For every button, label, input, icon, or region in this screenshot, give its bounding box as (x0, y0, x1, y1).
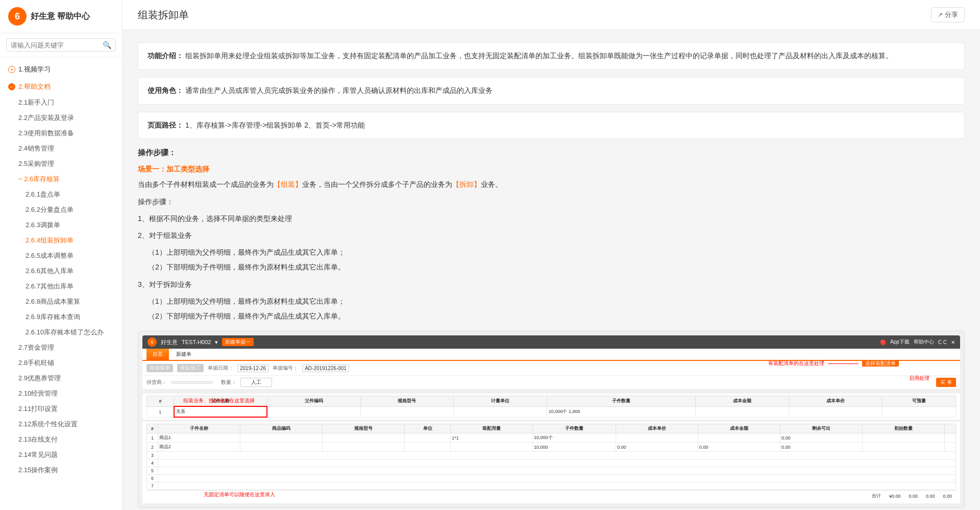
ss-btn-discard: 本组装单 (146, 364, 173, 372)
ltd-empty6 (158, 475, 956, 482)
sidebar-item-faq[interactable]: 2.14常见问题 (0, 447, 122, 463)
nav-section-docs: − 2.帮助文档 2.1新手入门 2.2产品安装及登录 2.3使用前数据准备 2… (0, 79, 122, 478)
sidebar-item-payment[interactable]: 2.13在线支付 (0, 432, 122, 447)
path-label: 页面路径： (148, 121, 183, 129)
lth-seq: # (147, 424, 158, 433)
table-row: 6 (147, 475, 956, 482)
ss-btn-action: 发起加工 (177, 364, 204, 372)
td-avail (882, 406, 956, 417)
func-intro-block: 功能介绍： 组装拆卸单用来处理企业组装或拆卸等加工业务，支持有固定装配清单的产品… (138, 42, 965, 70)
sidebar-item-inventory-267[interactable]: 2.6.7其他出库单 (0, 279, 122, 294)
ss-upper-table-area: # 父件名称 父件编码 规格型号 计量单位 子件数量 成本金额 成本单价 可预量 (142, 394, 960, 420)
lth-sub-qty: 子件数量 (533, 424, 616, 433)
sidebar-item-inventory-269[interactable]: 2.6.9库存账本查询 (0, 309, 122, 325)
ltd-cost-amt (698, 433, 780, 443)
ss-icon-help: 帮助中心 (914, 338, 934, 346)
th-unit: 计量单位 (454, 396, 547, 407)
ss-nav-tabs: 自页 新建单 (142, 349, 960, 361)
ltd-code2 (240, 443, 322, 452)
search-icon[interactable]: 🔍 (103, 41, 111, 49)
ltd-unit (404, 433, 450, 443)
ss-title-right: 🔴 App下载 帮助中心 C C ✕ (880, 338, 955, 346)
annotation3-area: 启用处理 (909, 375, 929, 382)
ss-upper-table: # 父件名称 父件编码 规格型号 计量单位 子件数量 成本金额 成本单价 可预量 (146, 396, 956, 418)
td-spec (360, 406, 454, 417)
screenshot-container: 6 好生意 TEST-H002 ▾ 新建单据一 🔴 App下载 帮助中心 C C… (138, 331, 965, 508)
func-intro-label: 功能介绍： (148, 52, 183, 60)
sidebar-item-finance[interactable]: 2.7资金管理 (0, 340, 122, 355)
sidebar-item-data-prep[interactable]: 2.3使用前数据准备 (0, 126, 122, 141)
content-area: 功能介绍： 组装拆卸单用来处理企业组装或拆卸等加工业务，支持有固定装配清单的产品… (122, 30, 980, 510)
sidebar-item-coupons[interactable]: 2.9优惠券管理 (0, 371, 122, 386)
table-row: 2 商品2 10,000 0.00 0.00 0.00 (147, 443, 956, 452)
search-box: 🔍 (6, 38, 116, 52)
ltd-unit2 (404, 443, 450, 452)
sidebar: 6 好生意 帮助中心 🔍 + 1.视频学习 − 2.帮助文档 2.1新手入门 2… (0, 0, 122, 510)
highlight-assembly: 【组装】 (274, 180, 302, 188)
sidebar-item-inventory-2610[interactable]: 2.6.10库存账本错了怎么办 (0, 325, 122, 340)
search-input[interactable] (11, 41, 103, 49)
main-area: 组装拆卸单 ↗ 分享 功能介绍： 组装拆卸单用来处理企业组装或拆卸等加工业务，支… (122, 0, 980, 510)
ltd-cost-price (616, 433, 698, 443)
share-icon: ↗ (938, 11, 943, 18)
ltd-spec2 (322, 443, 404, 452)
lth-assemble-qty: 装配用量 (451, 424, 533, 433)
annotation3-text: 启用处理 (909, 375, 929, 381)
ss-btn-choose-list: 选择装配清单 (862, 360, 899, 367)
annotation4-text: 无固定清单可以随便在这里录入 (204, 491, 275, 498)
sidebar-item-install[interactable]: 2.2产品安装及登录 (0, 110, 122, 126)
sidebar-item-purchase[interactable]: 2.5采购管理 (0, 156, 122, 172)
share-button[interactable]: ↗ 分享 (931, 7, 965, 22)
nav-tree: + 1.视频学习 − 2.帮助文档 2.1新手入门 2.2产品安装及登录 2.3… (0, 57, 122, 510)
sidebar-item-sales[interactable]: 2.4销售管理 (0, 141, 122, 156)
th-cost-price: 成本单价 (789, 396, 882, 407)
ss-btn-save: 买 单 (936, 378, 956, 387)
ss-icon-user: C C (938, 339, 947, 345)
plus-icon: + (8, 66, 15, 73)
footer-amt3: 0.00 (926, 494, 935, 499)
table-row: 1 关系 10,000个 1,000 (147, 406, 956, 417)
sidebar-item-beginner[interactable]: 2.1新手入门 (0, 95, 122, 110)
logo-text: 好生意 帮助中心 (31, 11, 90, 22)
ltd-cost-amt2: 0.00 (698, 443, 780, 452)
sidebar-item-inventory-261[interactable]: 2.6.1盘点单 (0, 187, 122, 202)
top-bar: 组装拆卸单 ↗ 分享 (122, 0, 980, 30)
annotation2-text: 组装业务、拆卸业务在这里选择 (183, 398, 255, 403)
sidebar-item-inventory-262[interactable]: 2.6.2分量盘点单 (0, 202, 122, 217)
ltd-sub-qty2: 10,000 (533, 443, 616, 452)
sidebar-item-inventory-266[interactable]: 2.6.6其他入库单 (0, 263, 122, 279)
ltd-seq4: 4 (147, 459, 158, 467)
sidebar-item-cases[interactable]: 2.15操作案例 (0, 463, 122, 478)
ops-steps-label: 操作步骤： (138, 148, 965, 158)
lth-unit: 单位 (404, 424, 450, 433)
ltd-sub-qty: 10,000个 (533, 433, 616, 443)
sidebar-item-mobile[interactable]: 2.8手机旺铺 (0, 355, 122, 371)
sidebar-item-video-learning[interactable]: + 1.视频学习 (0, 61, 122, 78)
sidebar-item-help-docs[interactable]: − 2.帮助文档 (0, 79, 122, 95)
sidebar-item-inventory-264[interactable]: 2.6.4组装拆卸单 (0, 233, 122, 248)
sidebar-item-operations[interactable]: 2.10经营管理 (0, 386, 122, 401)
ss-action-btns: 买 单 (936, 378, 956, 387)
lth-code: 商品编码 (240, 424, 322, 433)
ss-icon-bell: 🔴 (880, 339, 886, 345)
sidebar-item-inventory-263[interactable]: 2.6.3调拨单 (0, 217, 122, 233)
sidebar-item-label: 2.帮助文档 (18, 82, 51, 91)
sidebar-item-inventory-268[interactable]: 2.6.8商品成本重算 (0, 294, 122, 309)
ss-title-text: TEST-H002 (182, 339, 211, 345)
ltd-init (862, 433, 944, 443)
ss-upper-table-head: # 父件名称 父件编码 规格型号 计量单位 子件数量 成本金额 成本单价 可预量 (147, 396, 956, 407)
sidebar-item-inventory-265[interactable]: 2.6.5成本调整单 (0, 248, 122, 263)
table-row: 3 (147, 452, 956, 459)
ss-dropdown-icon: ▾ (215, 339, 218, 346)
ss-qty-label: 数量： (221, 379, 236, 386)
ss-combo-label: 供货商： (146, 379, 167, 386)
sidebar-item-system[interactable]: 2.12系统个性化设置 (0, 417, 122, 432)
th-cost-amt: 成本金额 (696, 396, 789, 407)
step3-2-text: （2）下部明细为子件明细，最终作为产成品生成其它入库单。 (138, 310, 965, 323)
ops-label2: 操作步骤： (138, 196, 965, 208)
sidebar-item-print[interactable]: 2.11打印设置 (0, 401, 122, 417)
sidebar-item-inventory[interactable]: − 2.6库存核算 (0, 172, 122, 187)
ltd-assy-qty: 1*1 (451, 433, 533, 443)
ss-combo-input (171, 381, 213, 383)
ss-app-name: 好生意 (161, 338, 178, 346)
